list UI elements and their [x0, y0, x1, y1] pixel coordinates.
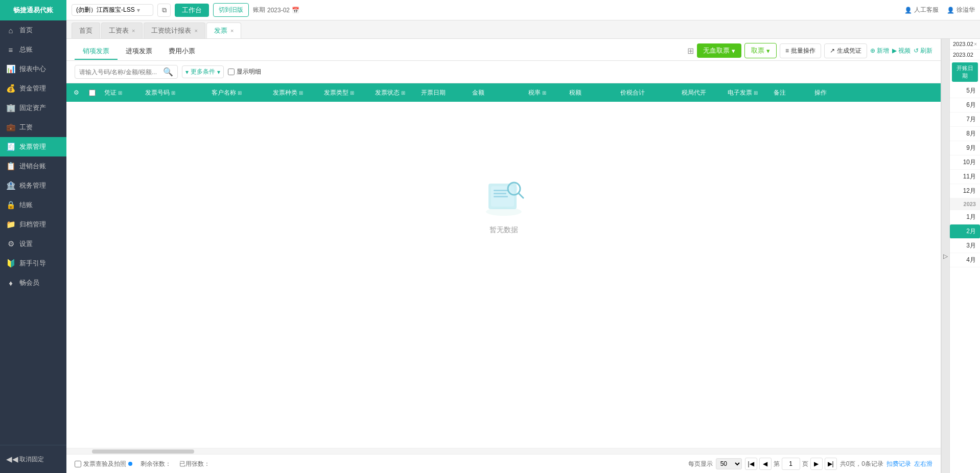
- th-status-filter-icon[interactable]: ⊞: [401, 90, 405, 96]
- th-invoice-no-filter-icon[interactable]: ⊞: [171, 90, 175, 96]
- sidebar-label-salary: 工资: [19, 123, 33, 132]
- copy-button[interactable]: ⧉: [157, 4, 171, 17]
- th-voucher-filter-icon[interactable]: ⊞: [118, 90, 122, 96]
- sidebar-item-invoice[interactable]: 🧾 发票管理: [0, 137, 66, 156]
- last-page-btn[interactable]: ▶|: [825, 458, 837, 470]
- show-detail-checkbox[interactable]: [228, 69, 235, 75]
- first-page-btn[interactable]: |◀: [745, 458, 757, 470]
- new-btn[interactable]: ⊕ 新增: [870, 47, 889, 55]
- tab-salary[interactable]: 工资表 ×: [101, 22, 143, 38]
- invoice-check-dot: [128, 462, 132, 466]
- panel-toggle-icon: ▷: [943, 253, 948, 260]
- user-menu[interactable]: 👤 徐溢华: [947, 6, 975, 14]
- search-box[interactable]: 🔍: [75, 65, 178, 79]
- sidebar-item-salary[interactable]: 💼 工资: [0, 118, 66, 137]
- generate-voucher-icon: ↗: [830, 47, 835, 54]
- th-invoice-cat-filter-icon[interactable]: ⊞: [350, 90, 354, 96]
- show-detail-label[interactable]: 显示明细: [228, 67, 261, 76]
- tax-icon: 🏦: [6, 181, 15, 190]
- month-item-5[interactable]: 10月: [950, 155, 980, 170]
- month-item-8[interactable]: 2023: [950, 198, 980, 210]
- refresh-label: 刷新: [920, 47, 932, 55]
- sidebar-item-reports[interactable]: 📊 报表中心: [0, 59, 66, 79]
- th-check[interactable]: [86, 89, 101, 96]
- no-cancel-btn[interactable]: 无血取票 ▾: [697, 43, 741, 58]
- th-invoice-type-filter-icon[interactable]: ⊞: [299, 90, 303, 96]
- month-item-2[interactable]: 7月: [950, 112, 980, 127]
- fee-record-link[interactable]: 扣费记录: [886, 460, 911, 468]
- page-input[interactable]: [782, 458, 800, 470]
- h-scroll[interactable]: [66, 448, 941, 454]
- month-item-0[interactable]: 5月: [950, 84, 980, 98]
- tabs-bar: 首页 工资表 × 工资统计报表 × 发票 ×: [66, 20, 980, 39]
- sidebar-item-ledger[interactable]: ≡ 总账: [0, 40, 66, 59]
- scroll-help-link[interactable]: 左右滑: [914, 460, 932, 468]
- search-icon[interactable]: 🔍: [163, 67, 173, 77]
- date-entry-0-close[interactable]: ×: [974, 41, 977, 47]
- switch-button[interactable]: 切到旧版: [213, 3, 249, 17]
- sub-tab-expense-receipt[interactable]: 费用小票: [160, 43, 203, 60]
- month-item-7[interactable]: 12月: [950, 184, 980, 198]
- tab-home[interactable]: 首页: [72, 22, 100, 38]
- sidebar-item-tax[interactable]: 🏦 税务管理: [0, 176, 66, 195]
- tab-invoice[interactable]: 发票 ×: [206, 22, 241, 38]
- sub-tab-purchase-invoice[interactable]: 进项发票: [118, 43, 160, 60]
- date-entry-1[interactable]: 2023.02: [950, 50, 980, 60]
- month-item-1[interactable]: 6月: [950, 98, 980, 112]
- month-item-10[interactable]: 2月: [950, 224, 980, 239]
- th-electronic-filter-icon[interactable]: ⊞: [754, 90, 758, 96]
- next-page-btn[interactable]: ▶: [810, 458, 823, 470]
- table-body: 暂无数据: [66, 102, 941, 448]
- month-item-6[interactable]: 11月: [950, 170, 980, 184]
- th-invoice-no-label: 发票号码: [145, 88, 170, 97]
- month-item-4[interactable]: 9月: [950, 141, 980, 155]
- take-ticket-btn[interactable]: 取票 ▾: [744, 43, 777, 58]
- per-page-select[interactable]: 50 100: [716, 458, 742, 469]
- sidebar-item-archive[interactable]: 📁 归档管理: [0, 215, 66, 234]
- month-item-3[interactable]: 8月: [950, 127, 980, 141]
- sidebar-item-member[interactable]: ♦ 畅会员: [0, 273, 66, 292]
- customer-service-btn[interactable]: 👤 人工客服: [904, 6, 939, 14]
- search-input[interactable]: [79, 69, 161, 76]
- sidebar-item-home[interactable]: ⌂ 首页: [0, 20, 66, 40]
- prev-page-btn[interactable]: ◀: [759, 458, 772, 470]
- invoice-check-checkbox[interactable]: [75, 461, 81, 467]
- date-entry-0[interactable]: 2023.02 ×: [950, 39, 980, 50]
- sub-tab-sales-invoice[interactable]: 销项发票: [75, 43, 118, 60]
- sidebar-item-closing[interactable]: 🔒 结账: [0, 195, 66, 215]
- generate-voucher-btn[interactable]: ↗ 生成凭证: [824, 43, 867, 58]
- tab-invoice-close[interactable]: ×: [230, 28, 234, 34]
- sidebar-item-sales[interactable]: 📋 进销台账: [0, 156, 66, 176]
- page-content: 销项发票 进项发票 费用小票 ⊞ 无血取票 ▾ 取票: [66, 39, 980, 473]
- tab-salary-close[interactable]: ×: [132, 28, 135, 34]
- month-item-12[interactable]: 4月: [950, 253, 980, 267]
- company-selector[interactable]: (勿删）江西服宝-LSS ▾: [72, 4, 153, 16]
- h-scroll-thumb[interactable]: [92, 449, 194, 454]
- grid-icon[interactable]: ⊞: [687, 46, 694, 56]
- sidebar-item-pin[interactable]: ◀◀ 取消固定: [0, 449, 66, 469]
- tab-salary-report-close[interactable]: ×: [194, 28, 197, 34]
- batch-ops-btn[interactable]: ≡ 批量操作: [780, 43, 821, 58]
- th-settings[interactable]: ⚙: [71, 89, 86, 96]
- date-panel-toggle[interactable]: ▷: [941, 39, 949, 473]
- month-item-9[interactable]: 1月: [950, 210, 980, 224]
- open-period-btn[interactable]: 开账日期: [952, 62, 978, 82]
- th-voucher: 凭证 ⊞: [101, 88, 142, 97]
- invoice-check[interactable]: 发票查验及拍照: [75, 460, 132, 468]
- workspace-button[interactable]: 工作台: [175, 4, 209, 17]
- sidebar-item-funds[interactable]: 💰 资金管理: [0, 79, 66, 98]
- month-item-11[interactable]: 3月: [950, 239, 980, 253]
- th-customer-filter-icon[interactable]: ⊞: [238, 90, 242, 96]
- empty-illustration: [473, 173, 534, 219]
- video-btn[interactable]: ▶ 视频: [892, 47, 911, 55]
- refresh-btn[interactable]: ↺ 刷新: [914, 47, 932, 55]
- sidebar-item-assets[interactable]: 🏢 固定资产: [0, 98, 66, 118]
- more-filter-btn[interactable]: ▾ 更多条件 ▾: [182, 65, 224, 78]
- select-all-checkbox[interactable]: [89, 89, 96, 96]
- sidebar-label-tax: 税务管理: [19, 181, 46, 190]
- sidebar-item-guide[interactable]: 🔰 新手引导: [0, 254, 66, 273]
- sidebar-item-settings[interactable]: ⚙ 设置: [0, 234, 66, 254]
- tab-salary-report[interactable]: 工资统计报表 ×: [144, 22, 205, 38]
- th-tax-rate-filter-icon[interactable]: ⊞: [542, 90, 546, 96]
- show-detail-text: 显示明细: [237, 67, 261, 76]
